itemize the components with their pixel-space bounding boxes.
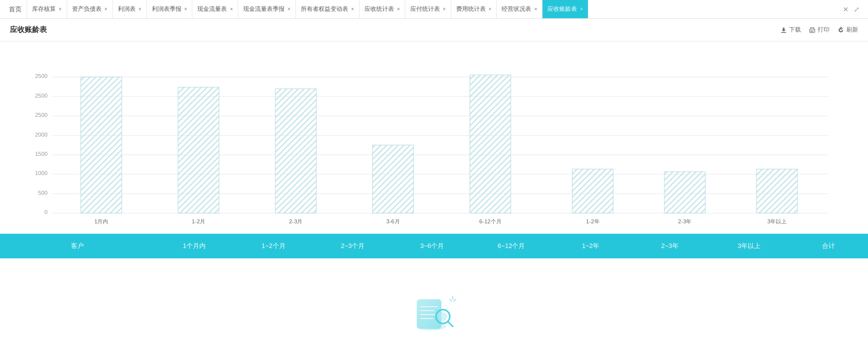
th-3-6month: 3~6个月 [393,242,472,250]
svg-text:500: 500 [38,190,47,196]
bar-2-3年 [664,172,705,213]
svg-text:0: 0 [44,209,47,215]
close-icon[interactable]: × [184,6,187,12]
svg-text:2500: 2500 [35,93,47,99]
svg-text:2000: 2000 [35,132,47,138]
svg-text:1000: 1000 [35,170,47,176]
tab-home[interactable]: 首页 [4,0,27,19]
chart-area: 0 500 1000 1500 2000 2500 2500 2500 [0,41,868,234]
close-icon[interactable]: × [351,6,354,12]
svg-text:2500: 2500 [35,73,47,79]
tab-cashflow[interactable]: 现金流量表 × [192,0,238,19]
tab-cashflow-quarterly[interactable]: 现金流量表季报 × [238,0,296,19]
bar-3年以上 [757,169,797,213]
tab-operations[interactable]: 经营状况表 × [497,0,542,19]
svg-text:2500: 2500 [35,112,47,118]
close-icon[interactable]: × [59,6,62,12]
tab-inventory[interactable]: 库存核算 × [27,0,67,19]
svg-line-42 [454,299,456,301]
th-1-2month: 1~2个月 [234,242,313,250]
bar-chart: 0 500 1000 1500 2000 2500 2500 2500 [30,51,838,234]
close-window-button[interactable]: ✕ [842,6,849,13]
bar-1-2年 [572,169,613,213]
close-icon[interactable]: × [288,6,290,12]
svg-text:2-3年: 2-3年 [678,218,692,224]
th-total: 合计 [789,242,868,250]
close-icon[interactable]: × [534,6,537,12]
svg-text:1500: 1500 [35,151,47,157]
bar-1-2月 [178,87,219,213]
th-1month: 1个月内 [154,242,234,250]
table-header: 客户 1个月内 1~2个月 2~3个月 3~6个月 6~12个月 1~2年 2~… [0,234,868,258]
main-content: 0 500 1000 1500 2000 2500 2500 2500 [0,41,868,355]
tab-receivable-aging[interactable]: 应收账龄表 × [542,0,588,19]
svg-text:3-6月: 3-6月 [386,218,400,224]
close-icon[interactable]: × [139,6,142,12]
refresh-icon [837,27,844,34]
tab-payable-stats[interactable]: 应付统计表 × [405,0,451,19]
bar-2-3月 [275,89,316,213]
svg-text:3年以上: 3年以上 [767,218,787,224]
th-6-12month: 6~12个月 [471,242,551,250]
close-icon[interactable]: × [443,6,446,12]
maximize-window-button[interactable]: ⤢ [853,6,860,13]
window-controls: ✕ ⤢ [838,6,864,13]
bar-1月内 [81,77,122,213]
close-icon[interactable]: × [397,6,400,12]
th-2-3month: 2~3个月 [313,242,393,250]
bar-3-6月 [372,145,413,213]
tab-balance[interactable]: 资产负债表 × [67,0,113,19]
svg-line-39 [448,321,453,326]
download-button[interactable]: 下载 [780,26,801,34]
empty-icon [404,289,464,334]
close-icon[interactable]: × [230,6,233,12]
tab-expense-stats[interactable]: 费用统计表 × [451,0,497,19]
close-icon[interactable]: × [580,6,583,12]
empty-state [0,258,868,355]
tab-bar: 首页 库存核算 × 资产负债表 × 利润表 × 利润表季报 × 现金流量表 × … [0,0,868,19]
th-customer: 客户 [0,242,154,250]
tab-profit[interactable]: 利润表 × [113,0,147,19]
th-2-3year: 2~3年 [630,242,710,250]
svg-text:1-2月: 1-2月 [192,218,206,224]
close-icon[interactable]: × [105,6,108,12]
download-icon [780,27,787,34]
page-header: 应收账龄表 下载 打印 刷新 [0,19,868,41]
bar-6-12月 [470,75,511,213]
svg-rect-2 [811,31,814,31]
svg-rect-3 [811,32,813,32]
close-icon[interactable]: × [489,6,492,12]
tab-receivable-stats[interactable]: 应收统计表 × [360,0,405,19]
print-icon [809,27,816,34]
svg-text:2-3月: 2-3月 [289,218,303,224]
header-actions: 下载 打印 刷新 [780,26,858,34]
th-1-2year: 1~2年 [551,242,630,250]
th-3year-plus: 3年以上 [710,242,789,250]
print-button[interactable]: 打印 [809,26,830,34]
tab-profit-quarterly[interactable]: 利润表季报 × [147,0,193,19]
tab-equity[interactable]: 所有者权益变动表 × [296,0,360,19]
page-title: 应收账龄表 [10,25,47,35]
svg-line-40 [450,299,452,301]
svg-rect-0 [781,32,786,33]
svg-point-38 [438,312,447,321]
svg-text:1月内: 1月内 [94,218,108,224]
svg-text:6-12个月: 6-12个月 [479,218,502,224]
svg-text:1-2年: 1-2年 [586,218,600,224]
refresh-button[interactable]: 刷新 [837,26,858,34]
